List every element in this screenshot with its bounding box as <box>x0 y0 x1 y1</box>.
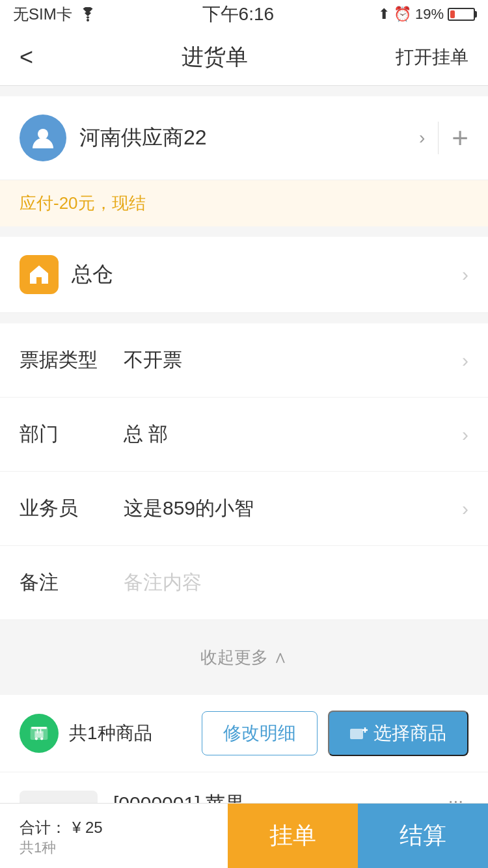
home-icon <box>27 263 51 286</box>
product-icon <box>20 714 59 753</box>
supplier-chevron-icon: › <box>419 128 425 148</box>
wifi-icon <box>77 7 98 21</box>
warehouse-name: 总仓 <box>72 260 462 289</box>
checkout-button[interactable]: 结算 <box>358 804 488 869</box>
svg-rect-3 <box>37 729 38 733</box>
product-header: 共1种商品 修改明细 选择商品 <box>0 695 488 772</box>
svg-point-0 <box>87 19 89 21</box>
battery-text: 19% <box>415 6 444 23</box>
total-count: 共1种 <box>20 838 208 858</box>
svg-rect-7 <box>350 729 363 739</box>
bottom-bar: 合计： ¥ 25 共1种 挂单 结算 <box>0 803 488 868</box>
collapse-bar[interactable]: 收起更多 ∧ <box>0 631 488 685</box>
status-bar: 无SIM卡 下午6:16 ⬆ ⏰ 19% <box>0 0 488 29</box>
open-hang-button[interactable]: 打开挂单 <box>396 45 468 70</box>
supplier-avatar <box>20 115 66 161</box>
status-left: 无SIM卡 <box>13 4 98 25</box>
product-count: 共1种商品 <box>69 721 202 746</box>
alarm-icon: ⏰ <box>394 6 411 23</box>
svg-point-6 <box>40 737 43 740</box>
salesperson-value: 这是859的小智 <box>124 495 462 522</box>
warehouse-section: 总仓 › <box>0 237 488 313</box>
remark-row[interactable]: 备注 备注内容 <box>0 546 488 620</box>
back-button[interactable]: < <box>20 44 33 71</box>
add-product-icon <box>350 726 368 740</box>
total-section: 合计： ¥ 25 共1种 <box>0 814 228 858</box>
remark-label: 备注 <box>20 569 124 596</box>
warehouse-icon <box>20 255 59 294</box>
invoice-type-value: 不开票 <box>124 347 462 373</box>
notice-bar: 应付-20元，现结 <box>0 180 488 226</box>
battery-icon <box>448 8 475 21</box>
nav-bar: < 进货单 打开挂单 <box>0 29 488 86</box>
location-icon: ⬆ <box>378 6 390 23</box>
salesperson-chevron-icon: › <box>462 498 468 520</box>
salesperson-row[interactable]: 业务员 这是859的小智 › <box>0 472 488 546</box>
department-chevron-icon: › <box>462 424 468 446</box>
select-product-label: 选择商品 <box>373 721 446 746</box>
invoice-chevron-icon: › <box>462 349 468 372</box>
supplier-row[interactable]: 河南供应商22 › + <box>0 96 488 180</box>
hang-button[interactable]: 挂单 <box>228 804 358 869</box>
warehouse-chevron-icon: › <box>462 264 468 286</box>
select-product-button[interactable]: 选择商品 <box>328 711 468 756</box>
department-label: 部门 <box>20 421 124 448</box>
total-value: ¥ 25 <box>72 819 103 836</box>
department-value: 总 部 <box>124 421 462 448</box>
department-row[interactable]: 部门 总 部 › <box>0 398 488 472</box>
svg-rect-4 <box>40 729 42 733</box>
status-time: 下午6:16 <box>202 2 275 27</box>
edit-detail-button[interactable]: 修改明细 <box>202 711 318 755</box>
page-title: 进货单 <box>182 42 248 72</box>
form-section: 票据类型 不开票 › 部门 总 部 › 业务员 这是859的小智 › 备注 备注… <box>0 323 488 620</box>
add-supplier-button[interactable]: + <box>452 124 468 152</box>
supplier-name: 河南供应商22 <box>79 124 419 152</box>
cart-icon <box>29 724 49 743</box>
supplier-section: 河南供应商22 › + 应付-20元，现结 <box>0 96 488 226</box>
svg-point-1 <box>38 129 48 139</box>
vertical-divider <box>438 122 439 154</box>
svg-point-5 <box>35 737 38 740</box>
warehouse-row[interactable]: 总仓 › <box>0 237 488 313</box>
total-label: 合计： <box>20 819 66 836</box>
total-amount: 合计： ¥ 25 <box>20 814 208 838</box>
remark-input[interactable]: 备注内容 <box>124 569 468 596</box>
status-right: ⬆ ⏰ 19% <box>378 6 475 23</box>
carrier-text: 无SIM卡 <box>13 4 72 25</box>
invoice-type-label: 票据类型 <box>20 347 124 373</box>
person-icon <box>30 125 56 151</box>
invoice-type-row[interactable]: 票据类型 不开票 › <box>0 323 488 398</box>
salesperson-label: 业务员 <box>20 495 124 522</box>
